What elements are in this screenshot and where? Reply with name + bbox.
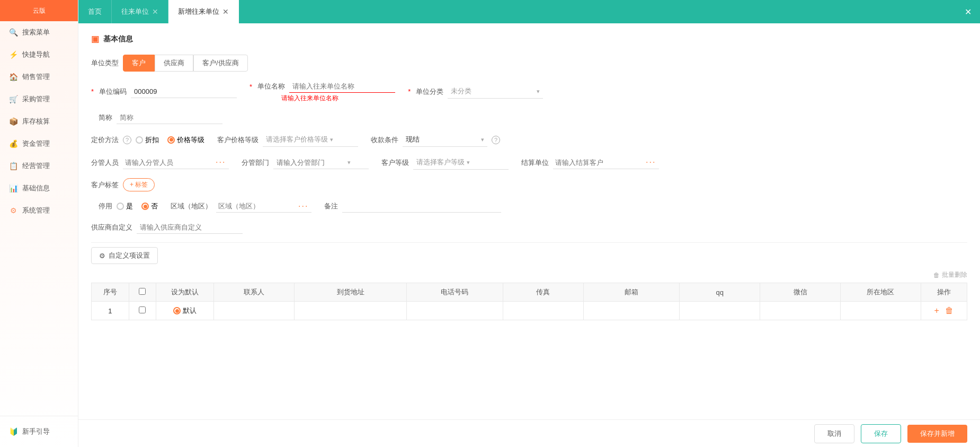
tab-partners-close-icon[interactable]: ✕ xyxy=(152,7,158,16)
phone-input[interactable] xyxy=(428,307,481,315)
unit-category-select[interactable]: 未分类 ▾ xyxy=(448,84,543,99)
unit-btn-supplier[interactable]: 供应商 xyxy=(155,55,193,72)
sidebar-item-label: 采购管理 xyxy=(22,94,50,104)
th-checkbox xyxy=(129,283,156,302)
sidebar-item-finance[interactable]: 💰 资金管理 xyxy=(0,133,78,155)
add-tag-button[interactable]: + 标签 xyxy=(123,178,155,191)
sidebar-item-quick-nav[interactable]: ⚡ 快捷导航 xyxy=(0,43,78,66)
sidebar-item-label: 快捷导航 xyxy=(22,50,50,59)
batch-delete-label[interactable]: 批量删除 xyxy=(942,270,967,279)
basic-info-icon: 📊 xyxy=(8,183,18,193)
row-checkbox[interactable] xyxy=(139,306,146,313)
radio-default-circle xyxy=(173,307,181,314)
supplier-custom-input[interactable] xyxy=(137,221,243,234)
table-row: 1 默认 xyxy=(92,302,967,320)
gear-icon: ⚙ xyxy=(99,252,105,260)
sidebar-item-operations[interactable]: 📋 经营管理 xyxy=(0,155,78,177)
delete-row-icon[interactable]: 🗑 xyxy=(945,306,954,315)
custom-settings-button[interactable]: ⚙ 自定义项设置 xyxy=(91,247,158,264)
alias-input[interactable] xyxy=(117,111,222,124)
pricing-method-label: 定价方法 xyxy=(91,135,119,145)
unit-name-input[interactable] xyxy=(289,80,395,93)
unit-btn-both[interactable]: 客户/供应商 xyxy=(193,55,248,72)
department-chevron-icon: ▾ xyxy=(348,159,351,166)
add-row-icon[interactable]: + xyxy=(934,306,939,315)
select-all-checkbox[interactable] xyxy=(139,288,146,295)
radio-discount[interactable]: 折扣 xyxy=(136,135,159,145)
email-input[interactable] xyxy=(605,307,658,315)
th-no: 序号 xyxy=(92,283,129,302)
price-level-chevron-icon: ▾ xyxy=(330,136,333,143)
tab-home[interactable]: 首页 xyxy=(78,0,112,23)
sidebar-item-label: 新手引导 xyxy=(22,427,50,436)
tab-new-partner[interactable]: 新增往来单位 ✕ xyxy=(168,0,239,23)
department-label: 分管部门 xyxy=(242,158,269,168)
settlement-input[interactable] xyxy=(553,156,646,169)
contact-input[interactable] xyxy=(233,307,275,315)
payment-terms-select[interactable]: 现结 ▾ xyxy=(403,133,487,147)
th-contact: 联系人 xyxy=(214,283,295,302)
department-select[interactable]: ▾ xyxy=(273,156,369,169)
sidebar-item-sales[interactable]: 🏠 销售管理 xyxy=(0,66,78,88)
price-level-select[interactable]: 请选择客户价格等级 ▾ xyxy=(263,133,358,147)
inventory-icon: 📦 xyxy=(8,117,18,126)
save-new-button[interactable]: 保存并新增 xyxy=(907,425,967,443)
settlement-label: 结算单位 xyxy=(521,158,549,168)
disable-radio-group: 是 否 xyxy=(117,201,158,211)
unit-code-input[interactable] xyxy=(131,85,237,98)
settlement-more-icon[interactable]: ··· xyxy=(646,157,656,167)
sidebar-item-purchase[interactable]: 🛒 采购管理 xyxy=(0,88,78,110)
footer-bar: 取消 保存 保存并新增 xyxy=(78,419,980,447)
unit-info-row: * 单位编码 * 单位名称 请输入往来单位名称 * 单位分类 未分类 xyxy=(91,80,967,103)
manager-more-icon[interactable]: ··· xyxy=(216,157,226,167)
pricing-method-group: 定价方法 ? 折扣 价格等级 xyxy=(91,135,204,145)
radio-default-label: 默认 xyxy=(183,306,197,315)
radio-level[interactable]: 价格等级 xyxy=(167,135,204,145)
tags-row: 客户标签 + 标签 xyxy=(91,178,967,191)
fax-input[interactable] xyxy=(522,307,564,315)
cancel-button[interactable]: 取消 xyxy=(814,424,854,443)
radio-disable-yes[interactable]: 是 xyxy=(117,201,133,211)
qq-input[interactable] xyxy=(699,307,741,315)
main-area: 首页 往来单位 ✕ 新增往来单位 ✕ ✕ ▣ 基本信息 单位类型 客户 供应商 xyxy=(78,0,980,447)
td-contact xyxy=(214,302,295,320)
payment-terms-help-icon[interactable]: ? xyxy=(492,136,500,144)
sidebar: 云版 🔍 搜索菜单 ⚡ 快捷导航 🏠 销售管理 🛒 采购管理 📦 库存核算 💰 … xyxy=(0,0,78,447)
sidebar-item-search[interactable]: 🔍 搜索菜单 xyxy=(0,21,78,43)
region-select[interactable] xyxy=(859,307,902,315)
tab-partners[interactable]: 往来单位 ✕ xyxy=(112,0,168,23)
window-close-icon[interactable]: ✕ xyxy=(956,0,980,23)
price-level-placeholder: 请选择客户价格等级 xyxy=(266,135,328,144)
manager-row: 分管人员 ··· 分管部门 ▾ 客户等级 请选择客户等级 ▾ xyxy=(91,155,967,170)
sidebar-item-inventory[interactable]: 📦 库存核算 xyxy=(0,110,78,133)
contacts-table: 序号 设为默认 联系人 到货地址 电话号码 传真 邮箱 qq 微信 所在地区 操… xyxy=(91,283,967,320)
wechat-input[interactable] xyxy=(779,307,822,315)
tab-bar: 首页 往来单位 ✕ 新增往来单位 ✕ ✕ xyxy=(78,0,980,23)
radio-disable-no-label: 否 xyxy=(151,201,158,211)
unit-type-row: 单位类型 客户 供应商 客户/供应商 xyxy=(91,55,967,72)
radio-discount-circle xyxy=(136,136,143,144)
address-input[interactable] xyxy=(319,307,382,315)
region-more-icon[interactable]: ··· xyxy=(298,201,308,211)
radio-disable-no-circle xyxy=(141,203,149,210)
tab-new-partner-close-icon[interactable]: ✕ xyxy=(222,7,229,16)
radio-default[interactable]: 默认 xyxy=(162,306,209,315)
sidebar-item-basic-info[interactable]: 📊 基础信息 xyxy=(0,177,78,199)
customer-level-select[interactable]: 请选择客户等级 ▾ xyxy=(413,155,509,170)
settlement-group: 结算单位 ··· xyxy=(521,156,659,169)
department-group: 分管部门 ▾ xyxy=(242,156,369,169)
section-title: ▣ 基本信息 xyxy=(91,34,967,44)
radio-disable-no[interactable]: 否 xyxy=(141,201,158,211)
save-button[interactable]: 保存 xyxy=(861,424,901,443)
pricing-help-icon[interactable]: ? xyxy=(123,136,131,144)
region-input[interactable] xyxy=(216,200,298,212)
manager-input[interactable] xyxy=(123,156,216,169)
department-input[interactable] xyxy=(277,159,345,166)
remark-input[interactable] xyxy=(342,200,501,213)
sidebar-item-system[interactable]: ⚙ 系统管理 xyxy=(0,199,78,222)
unit-btn-customer[interactable]: 客户 xyxy=(123,55,155,72)
unit-category-chevron-icon: ▾ xyxy=(537,88,540,95)
operations-icon: 📋 xyxy=(8,161,18,171)
sidebar-item-guide[interactable]: 🔰 新手引导 xyxy=(0,420,78,443)
section-icon: ▣ xyxy=(91,34,99,44)
